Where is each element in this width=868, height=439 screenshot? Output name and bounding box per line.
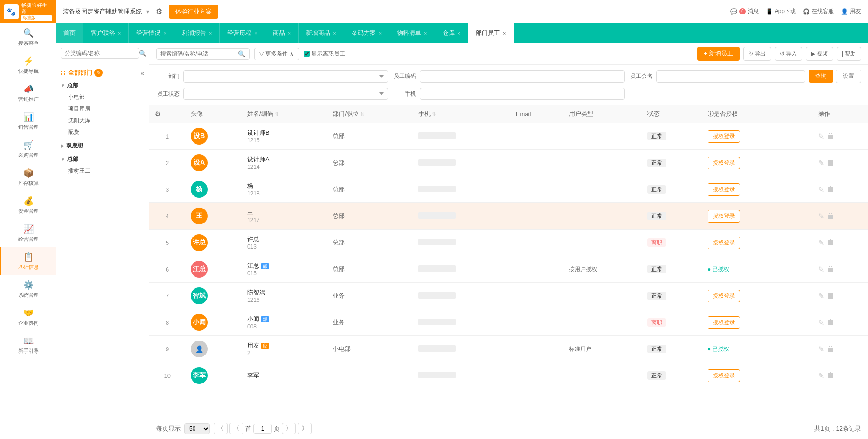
dept-child-xiaodian[interactable]: 小电部 <box>56 91 149 103</box>
reset-button[interactable]: 设置 <box>836 70 861 83</box>
import-button[interactable]: ↺ 导入 <box>775 47 802 61</box>
auth-button[interactable]: 授权登录 <box>708 210 740 223</box>
sidebar-item-quicknav[interactable]: ⚡ 快捷导航 <box>0 51 56 79</box>
status-filter-select[interactable] <box>183 88 388 100</box>
edit-icon[interactable]: ✎ <box>818 345 824 354</box>
tab-warehouse[interactable]: 仓库 × <box>435 23 468 43</box>
auth-button[interactable]: 授权登录 <box>708 369 740 382</box>
delete-icon[interactable]: 🗑 <box>827 238 834 247</box>
all-dept-header[interactable]: 全部部门 ✎ « <box>56 67 149 79</box>
collapse-icon[interactable]: « <box>141 70 144 77</box>
tab-barcode[interactable]: 条码方案 × <box>344 23 389 43</box>
sort-icon[interactable]: ⇅ <box>432 111 436 117</box>
edit-icon[interactable]: ✎ <box>818 159 824 167</box>
sidebar-item-collab[interactable]: 🤝 企业协同 <box>0 303 56 331</box>
dept-search-input[interactable] <box>61 48 139 59</box>
close-icon[interactable]: × <box>209 30 212 36</box>
sort-icon[interactable]: ⇅ <box>361 111 364 117</box>
dept-child-insert[interactable]: 插树王二 <box>56 165 149 177</box>
sidebar-item-system[interactable]: ⚙️ 系统管理 <box>0 275 56 303</box>
edit-icon[interactable]: ✎ <box>818 132 824 141</box>
dept-child-project[interactable]: 项目库房 <box>56 103 149 115</box>
sidebar-item-inventory[interactable]: 📦 库存核算 <box>0 163 56 191</box>
close-icon[interactable]: × <box>333 30 336 36</box>
settings-icon[interactable]: ⚙ <box>155 110 161 118</box>
dept-edit-button[interactable]: ✎ <box>94 69 103 77</box>
message-button[interactable]: 💬 6 消息 <box>730 7 759 15</box>
close-icon[interactable]: × <box>118 30 121 36</box>
close-icon[interactable]: × <box>254 30 257 36</box>
delete-icon[interactable]: 🗑 <box>827 159 834 167</box>
show-resigned-checkbox[interactable]: 显示离职员工 <box>304 50 345 58</box>
sidebar-item-finance[interactable]: 💰 资金管理 <box>0 191 56 219</box>
more-filters-button[interactable]: ▽ 更多条件 ∧ <box>254 48 299 60</box>
edit-icon[interactable]: ✎ <box>818 318 824 327</box>
tab-employee[interactable]: 部门员工 × <box>468 23 514 43</box>
dept-child-shenyang[interactable]: 沈阳大库 <box>56 115 149 126</box>
dept-section-title-shuanglu[interactable]: ▶ 双鹿想 <box>56 140 149 152</box>
tab-customer[interactable]: 客户联络 × <box>83 23 129 43</box>
close-icon[interactable]: × <box>458 30 460 36</box>
sidebar-item-basic[interactable]: 📋 基础信息 <box>0 247 56 275</box>
search-input[interactable] <box>160 50 235 57</box>
last-page-button[interactable]: 》 <box>298 423 312 434</box>
sidebar-item-marketing[interactable]: 📣 营销推广 <box>0 79 56 107</box>
auth-button[interactable]: 授权登录 <box>708 237 740 249</box>
delete-icon[interactable]: 🗑 <box>827 132 834 140</box>
col-name[interactable]: 姓名/编码 ⇅ <box>242 105 327 123</box>
online-service-button[interactable]: 🎧 在线客服 <box>803 7 834 15</box>
close-icon[interactable]: × <box>424 30 427 36</box>
per-page-select[interactable]: 50 100 200 <box>184 423 210 434</box>
delete-icon[interactable]: 🗑 <box>827 345 834 353</box>
sidebar-item-operation[interactable]: 📈 经营管理 <box>0 219 56 247</box>
empcode-filter-input[interactable] <box>420 70 625 83</box>
tab-home[interactable]: 首页 <box>56 23 83 43</box>
page-input[interactable] <box>253 424 272 434</box>
gear-icon[interactable]: ⚙ <box>154 5 164 18</box>
tab-bom[interactable]: 物料清单 × <box>389 23 435 43</box>
search-button[interactable]: 查询 <box>809 70 833 83</box>
view-button[interactable]: ▶ 视频 <box>806 47 833 61</box>
close-icon[interactable]: × <box>503 30 506 36</box>
delete-icon[interactable]: 🗑 <box>827 265 834 273</box>
delete-icon[interactable]: 🗑 <box>827 318 834 327</box>
auth-button[interactable]: 授权登录 <box>708 316 740 329</box>
delete-icon[interactable]: 🗑 <box>827 185 834 194</box>
auth-button[interactable]: 授权登录 <box>708 130 740 143</box>
sort-icon[interactable]: ⇅ <box>275 111 278 117</box>
auth-button[interactable]: 授权登录 <box>708 290 740 302</box>
delete-icon[interactable]: 🗑 <box>827 212 834 220</box>
tab-history[interactable]: 经营历程 × <box>220 23 265 43</box>
close-icon[interactable]: × <box>163 30 166 36</box>
edit-icon[interactable]: ✎ <box>818 371 824 380</box>
dept-section-title[interactable]: ▼ 总部 <box>56 80 149 91</box>
dept-section-title-hq2[interactable]: ▼ 总部 <box>56 153 149 165</box>
experience-button[interactable]: 体验行业方案 <box>169 5 218 19</box>
close-icon[interactable]: × <box>379 30 382 36</box>
add-employee-button[interactable]: + 新增员工 <box>697 47 740 61</box>
col-dept[interactable]: 部门/职位 ⇅ <box>327 105 412 123</box>
dept-child-distribution[interactable]: 配货 <box>56 126 149 138</box>
help-button[interactable]: | 帮助 <box>837 47 861 61</box>
sidebar-item-purchase[interactable]: 🛒 采购管理 <box>0 135 56 163</box>
edit-icon[interactable]: ✎ <box>818 238 824 247</box>
edit-icon[interactable]: ✎ <box>818 212 824 221</box>
dept-filter-select[interactable] <box>183 70 388 83</box>
dropdown-arrow[interactable]: ▾ <box>146 8 149 15</box>
delete-icon[interactable]: 🗑 <box>827 371 834 380</box>
sidebar-item-guide[interactable]: 📖 新手引导 <box>0 331 56 359</box>
empname-filter-input[interactable] <box>656 70 805 83</box>
export-button[interactable]: ↻ 导出 <box>743 47 771 61</box>
user-menu[interactable]: 👤 用友 <box>841 7 861 15</box>
tab-operation[interactable]: 经营情况 × <box>129 23 174 43</box>
tab-profit[interactable]: 利润报告 × <box>174 23 220 43</box>
close-icon[interactable]: × <box>288 30 291 36</box>
auth-button[interactable]: 授权登录 <box>708 183 740 196</box>
edit-icon[interactable]: ✎ <box>818 265 824 274</box>
sidebar-item-sales[interactable]: 📊 销售管理 <box>0 107 56 135</box>
edit-icon[interactable]: ✎ <box>818 185 824 194</box>
col-gear[interactable]: ⚙ <box>149 105 185 123</box>
app-download-button[interactable]: 📱 App下载 <box>766 7 796 15</box>
tab-goods[interactable]: 商品 × <box>265 23 299 43</box>
tab-new-goods[interactable]: 新增商品 × <box>299 23 344 43</box>
